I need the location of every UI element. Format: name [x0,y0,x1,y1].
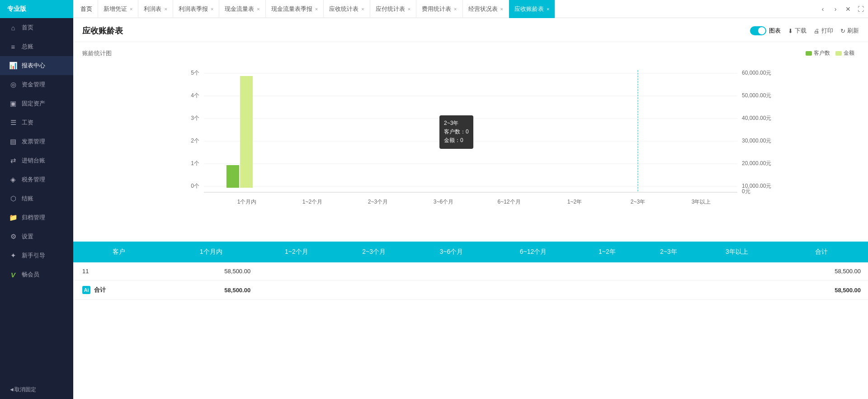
tab-ar-aging[interactable]: 应收账龄表 × [509,0,555,18]
svg-text:1个月内: 1个月内 [237,199,257,205]
chart-svg: 5个 4个 3个 2个 1个 0个 60,000.00元 50,000.00元 … [82,61,859,233]
total-year12 [576,280,638,300]
svg-text:0个: 0个 [191,183,199,189]
sidebar-item-payroll[interactable]: ☰ 工资 [0,113,73,132]
settlement-icon: ⬡ [9,195,17,203]
download-icon: ⬇ [788,28,793,34]
tab-prev-button[interactable]: ‹ [817,4,828,14]
total-month12 [258,280,335,300]
tab-ap-stats[interactable]: 应付统计表 × [370,0,416,18]
tab-cashflow-label: 现金流量表 [225,5,254,13]
tab-expand-button[interactable]: ⛶ [855,4,866,14]
sidebar-item-settlement[interactable]: ⬡ 结账 [0,189,73,208]
download-button[interactable]: ⬇ 下载 [788,27,807,35]
print-label: 打印 [821,27,833,35]
tab-expense-stats-close[interactable]: × [454,6,457,12]
unpin-sidebar-button[interactable]: ◄取消固定 [0,380,73,399]
page-title: 应收账龄表 [82,25,750,36]
col-header-year23: 2~3年 [638,242,699,262]
tab-new-voucher-close[interactable]: × [130,6,132,12]
sidebar-item-archive[interactable]: 📁 归档管理 [0,208,73,227]
total-month612 [490,280,576,300]
svg-text:30,000.00元: 30,000.00元 [742,138,771,144]
sidebar-item-tax[interactable]: ◈ 税务管理 [0,170,73,189]
sidebar-item-label: 新手引导 [22,252,45,260]
col-header-year3plus: 3年以上 [699,242,774,262]
total-month1: 58,500.00 [164,280,258,300]
tab-business-status-label: 经营状况表 [468,5,498,13]
tab-next-button[interactable]: › [830,4,841,14]
assets-icon: ▣ [9,100,17,108]
cell-total-label: Ai 合计 [73,280,164,300]
main-content: 首页 新增凭证 × 利润表 × 利润表季报 × 现金流量表 × 现金流量表季报 … [73,0,868,399]
sidebar-item-beginner-guide[interactable]: ✦ 新手引导 [0,246,73,265]
total-grand: 58,500.00 [774,280,868,300]
sidebar-item-report-center[interactable]: 📊 报表中心 [0,56,73,75]
svg-text:20,000.00元: 20,000.00元 [742,160,771,166]
toggle-label: 图表 [769,27,781,35]
tab-profit[interactable]: 利润表 × [138,0,173,18]
sidebar-item-label: 发票管理 [22,138,45,146]
cell-month12 [258,262,335,280]
sidebar-item-purchase-sales[interactable]: ⇄ 进销台账 [0,151,73,170]
tab-cashflow-quarterly-close[interactable]: × [315,6,318,12]
sidebar-item-label: 固定资产 [22,100,45,108]
sidebar-item-home[interactable]: ⌂ 首页 [0,18,73,37]
tab-ap-stats-close[interactable]: × [408,6,410,12]
table-header-row: 客户 1个月内 1~2个月 2~3个月 3~6个月 6~12个月 1~2年 2~… [73,242,868,262]
sidebar-item-label: 工资 [22,119,33,127]
tab-profit-quarterly-close[interactable]: × [211,6,213,12]
tab-business-status[interactable]: 经营状况表 × [463,0,509,18]
bar-amount-1month [240,76,253,188]
refresh-button[interactable]: ↻ 刷新 [840,27,859,35]
tax-icon: ◈ [9,176,17,184]
tab-profit-quarterly[interactable]: 利润表季报 × [173,0,219,18]
sidebar-item-settings[interactable]: ⚙ 设置 [0,227,73,246]
tab-new-voucher[interactable]: 新增凭证 × [98,0,138,18]
tab-close-all-button[interactable]: ✕ [843,4,854,14]
total-year3plus [699,280,774,300]
col-header-month12: 1~2个月 [258,242,335,262]
tab-ar-stats[interactable]: 应收统计表 × [324,0,370,18]
tab-ar-stats-label: 应收统计表 [329,5,359,13]
chart-toggle[interactable]: 图表 [750,26,781,35]
tab-profit-close[interactable]: × [164,6,167,12]
tab-home[interactable]: 首页 [75,0,98,18]
sidebar-item-invoice[interactable]: ▤ 发票管理 [0,132,73,151]
svg-text:3~6个月: 3~6个月 [434,199,453,205]
svg-text:0元: 0元 [742,188,750,195]
download-label: 下载 [795,27,807,35]
sidebar-item-general-ledger[interactable]: ≡ 总账 [0,37,73,56]
sidebar: 专业版 ⌂ 首页 ≡ 总账 📊 报表中心 ◎ 资金管理 ▣ 固定资产 ☰ 工资 … [0,0,73,399]
sidebar-item-label: 设置 [22,233,33,241]
sidebar-item-vip[interactable]: V 畅会员 [0,265,73,284]
col-header-month1: 1个月内 [164,242,258,262]
unpin-label: ◄取消固定 [9,386,36,394]
svg-text:40,000.00元: 40,000.00元 [742,115,771,121]
print-button[interactable]: 🖨 打印 [814,27,833,35]
payroll-icon: ☰ [9,119,17,127]
refresh-icon: ↻ [840,28,845,34]
col-header-total: 合计 [774,242,868,262]
tab-cashflow-quarterly[interactable]: 现金流量表季报 × [266,0,324,18]
cell-month612 [490,262,576,280]
tab-business-status-close[interactable]: × [500,6,503,12]
cell-year23 [638,262,699,280]
tab-cashflow[interactable]: 现金流量表 × [219,0,265,18]
tab-ar-aging-close[interactable]: × [547,6,549,12]
svg-text:4个: 4个 [191,92,199,99]
svg-text:3年以上: 3年以上 [692,199,711,205]
legend-customers-label: 客户数 [814,49,830,57]
tab-ap-stats-label: 应付统计表 [376,5,405,13]
tab-cashflow-close[interactable]: × [257,6,259,12]
toggle-track[interactable] [750,26,766,35]
svg-text:1个: 1个 [191,160,199,166]
chart-container: 5个 4个 3个 2个 1个 0个 60,000.00元 50,000.00元 … [82,61,859,234]
tab-ar-stats-close[interactable]: × [361,6,364,12]
sidebar-item-fixed-assets[interactable]: ▣ 固定资产 [0,94,73,113]
sidebar-item-fund-management[interactable]: ◎ 资金管理 [0,75,73,94]
total-text: 合计 [94,286,106,293]
tab-expense-stats-label: 费用统计表 [422,5,451,13]
tab-expense-stats[interactable]: 费用统计表 × [416,0,462,18]
svg-text:6~12个月: 6~12个月 [497,199,520,205]
